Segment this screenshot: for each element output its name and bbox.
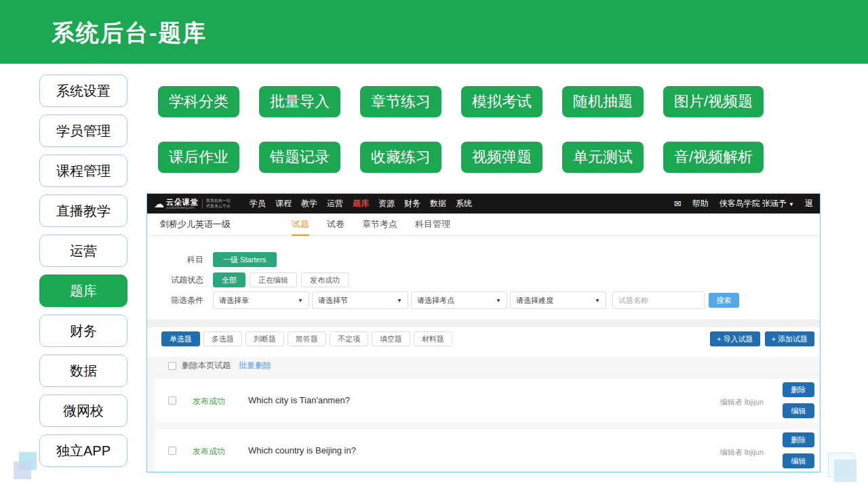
select-all-checkbox[interactable] [168, 362, 176, 370]
tab-papers[interactable]: 试卷 [327, 214, 344, 236]
question-row: 发布成功 Which city is Tian'anmen? 编辑者 lbjij… [155, 379, 818, 422]
question-name-input[interactable] [612, 291, 705, 309]
feature-chapter-practice[interactable]: 章节练习 [360, 86, 441, 117]
qtab-single-choice[interactable]: 单选题 [161, 331, 200, 346]
difficulty-select[interactable]: 请选择难度 ▼ [510, 291, 606, 309]
logout-link[interactable]: 退 [805, 198, 813, 209]
chevron-down-icon: ▼ [595, 298, 600, 304]
tab-chapter-points[interactable]: 章节考点 [362, 214, 397, 236]
condition-label: 筛选条件 [147, 295, 203, 306]
feature-homework[interactable]: 课后作业 [158, 142, 239, 173]
yunduo-logo: ☁ 云朵课堂 yunduoketang.com 教育机构一站 式教务云平台 [154, 198, 231, 209]
sidebar-item-course-management[interactable]: 课程管理 [39, 155, 127, 187]
status-published-button[interactable]: 发布成功 [301, 272, 349, 287]
mail-icon[interactable]: ✉ [674, 199, 682, 209]
feature-random-draw[interactable]: 随机抽题 [562, 86, 644, 117]
user-menu[interactable]: 侠客岛学院 张涵予▼ [719, 198, 794, 209]
feature-wrong-question-record[interactable]: 错题记录 [259, 142, 340, 173]
question-row: 发布成功 Which country is Beijing in? 编辑者 lb… [155, 429, 818, 472]
import-questions-button[interactable]: + 导入试题 [710, 331, 760, 346]
add-question-button[interactable]: + 添加试题 [765, 331, 814, 346]
feature-unit-test[interactable]: 单元测试 [562, 142, 644, 173]
subject-value-pill[interactable]: 一级 Starters [213, 252, 277, 267]
status-badge: 发布成功 [193, 446, 225, 458]
qtab-fill-blank[interactable]: 填空题 [372, 331, 410, 346]
delete-button[interactable]: 删除 [783, 432, 814, 447]
topnav-students[interactable]: 学员 [250, 198, 266, 209]
sidebar-item-live-teaching[interactable]: 直播教学 [39, 195, 127, 227]
status-editing-button[interactable]: 正在编辑 [250, 272, 297, 287]
feature-batch-import[interactable]: 批量导入 [259, 86, 340, 117]
edit-button[interactable]: 编辑 [783, 453, 814, 468]
chapter-select[interactable]: 请选择章 ▼ [213, 291, 309, 309]
sidebar-item-data[interactable]: 数据 [39, 354, 127, 387]
topnav-courses[interactable]: 课程 [275, 198, 292, 209]
feature-image-video-question[interactable]: 图片/视频题 [663, 86, 764, 117]
chevron-down-icon: ▼ [496, 298, 501, 304]
topnav-system[interactable]: 系统 [456, 198, 472, 209]
cloud-logo-icon: ☁ [154, 199, 164, 209]
question-text: Which city is Tian'anmen? [248, 395, 350, 405]
sidebar-item-operations[interactable]: 运营 [39, 235, 127, 267]
qtab-indefinite[interactable]: 不定项 [330, 331, 368, 346]
decoration-square [834, 460, 856, 482]
sidebar-item-micro-school[interactable]: 微网校 [39, 394, 127, 427]
feature-mock-exam[interactable]: 模拟考试 [461, 86, 542, 117]
qtab-multiple-choice[interactable]: 多选题 [203, 331, 242, 346]
topnav-data[interactable]: 数据 [430, 198, 446, 209]
topnav-teaching[interactable]: 教学 [301, 198, 317, 209]
qtab-material[interactable]: 材料题 [414, 331, 452, 346]
admin-subbar: 剑桥少儿英语一级 试题 试卷 章节考点 科目管理 [147, 214, 820, 236]
section-select[interactable]: 请选择节 ▼ [312, 291, 408, 309]
admin-topbar: ☁ 云朵课堂 yunduoketang.com 教育机构一站 式教务云平台 学员… [147, 194, 820, 214]
admin-screenshot-panel: ☁ 云朵课堂 yunduoketang.com 教育机构一站 式教务云平台 学员… [146, 193, 821, 472]
sidebar-item-system-settings[interactable]: 系统设置 [39, 75, 127, 107]
bulk-delete-link[interactable]: 批量删除 [239, 360, 271, 371]
qtab-short-answer[interactable]: 简答题 [288, 331, 326, 346]
logo-url: yunduoketang.com [166, 206, 199, 209]
feature-subject-category[interactable]: 学科分类 [158, 86, 239, 117]
filter-section: 科目 一级 Starters 试题状态 全部 正在编辑 发布成功 筛选条件 请选… [147, 236, 820, 319]
topnav-question-bank[interactable]: 题库 [353, 198, 369, 209]
row-buttons: 删除 编辑 [783, 382, 814, 418]
feature-row-1: 学科分类 批量导入 章节练习 模拟考试 随机抽题 图片/视频题 [158, 86, 764, 117]
status-label: 试题状态 [147, 274, 203, 286]
topnav-operations[interactable]: 运营 [327, 198, 343, 209]
subtabs: 试题 试卷 章节考点 科目管理 [292, 214, 450, 236]
row-checkbox[interactable] [168, 447, 176, 455]
bulk-actions-row: 删除本页试题 批量删除 [168, 360, 271, 371]
edit-button[interactable]: 编辑 [783, 403, 814, 418]
feature-buttons: 学科分类 批量导入 章节练习 模拟考试 随机抽题 图片/视频题 课后作业 错题记… [158, 86, 764, 197]
chevron-down-icon: ▼ [397, 298, 402, 304]
row-checkbox[interactable] [168, 396, 176, 405]
sidebar-item-finance[interactable]: 财务 [39, 314, 127, 347]
editor-label: 编辑者 lbjijun [720, 447, 764, 458]
qtab-true-false[interactable]: 判断题 [245, 331, 284, 346]
feature-audio-video-analysis[interactable]: 音/视频解析 [663, 142, 764, 173]
chevron-down-icon: ▼ [298, 298, 303, 304]
filter-row-conditions: 筛选条件 请选择章 ▼ 请选择节 ▼ 请选择考点 ▼ 请选择难度 ▼ 搜索 [147, 291, 739, 309]
knowledge-point-select[interactable]: 请选择考点 ▼ [411, 291, 507, 309]
admin-topnav: 学员 课程 教学 运营 题库 资源 财务 数据 系统 [250, 198, 472, 209]
sidebar-item-standalone-app[interactable]: 独立APP [39, 434, 127, 467]
delete-button[interactable]: 删除 [783, 382, 814, 397]
subject-label: 科目 [147, 254, 203, 266]
feature-favorite-practice[interactable]: 收藏练习 [360, 142, 441, 173]
question-type-tabs: 单选题 多选题 判断题 简答题 不定项 填空题 材料题 [161, 331, 452, 346]
page-title: 系统后台-题库 [0, 0, 868, 49]
tab-subject-management[interactable]: 科目管理 [415, 214, 450, 236]
search-button[interactable]: 搜索 [709, 293, 739, 308]
decoration-square [14, 462, 31, 479]
feature-video-popup-question[interactable]: 视频弹题 [461, 142, 542, 173]
help-link[interactable]: 帮助 [692, 198, 709, 209]
sidebar-item-student-management[interactable]: 学员管理 [39, 115, 127, 147]
question-list-area: 删除本页试题 批量删除 发布成功 Which city is Tian'anme… [147, 357, 820, 472]
question-actions: + 导入试题 + 添加试题 [710, 331, 814, 346]
topnav-finance[interactable]: 财务 [404, 198, 420, 209]
delete-page-label: 删除本页试题 [182, 360, 231, 371]
tab-questions[interactable]: 试题 [292, 214, 309, 236]
chevron-down-icon: ▼ [789, 201, 794, 207]
sidebar-item-question-bank[interactable]: 题库 [39, 274, 127, 307]
status-all-button[interactable]: 全部 [213, 272, 245, 287]
topnav-resources[interactable]: 资源 [378, 198, 395, 209]
